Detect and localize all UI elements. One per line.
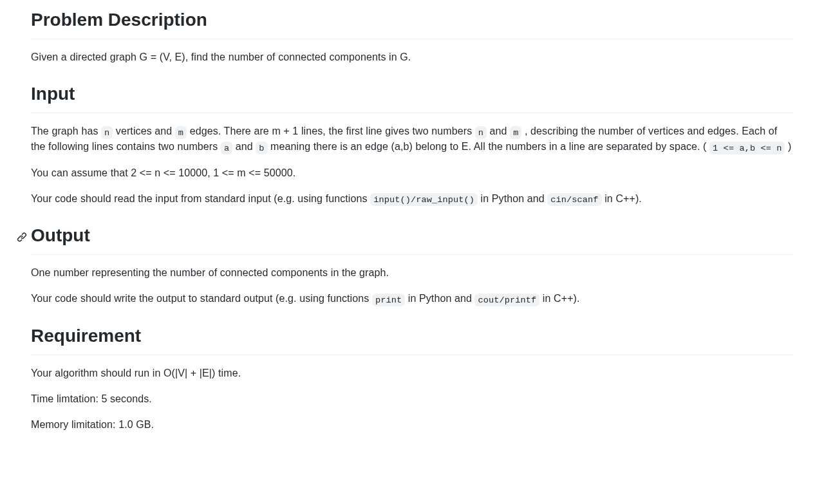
text: and — [232, 141, 256, 152]
code-print: print — [372, 294, 405, 306]
heading-output-text: Output — [31, 225, 90, 245]
text: The graph has — [31, 126, 101, 136]
code-m: m — [175, 126, 187, 139]
text: vertices and — [113, 126, 175, 136]
problem-document: Problem Description Given a directed gra… — [31, 6, 793, 433]
heading-requirement: Requirement — [31, 322, 793, 355]
code-b: b — [256, 142, 267, 154]
heading-input: Input — [31, 80, 793, 113]
text: Your code should write the output to sta… — [31, 293, 372, 304]
code-input-fn: input()/raw_input() — [370, 193, 478, 206]
paragraph-input-1: The graph has n vertices and m edges. Th… — [31, 124, 793, 155]
paragraph-output-2: Your code should write the output to sta… — [31, 291, 793, 306]
code-n: n — [101, 126, 113, 139]
paragraph-output-1: One number representing the number of co… — [31, 265, 793, 281]
text: in C++). — [539, 293, 579, 304]
code-cin: cin/scanf — [547, 193, 601, 206]
code-m: m — [510, 126, 521, 139]
text: in C++). — [602, 193, 642, 204]
paragraph-requirement-1: Your algorithm should run in O(|V| + |E|… — [31, 366, 793, 381]
text: ) — [785, 141, 791, 152]
paragraph-input-3: Your code should read the input from sta… — [31, 191, 793, 207]
link-icon[interactable] — [17, 232, 27, 243]
text: Your code should read the input from sta… — [31, 193, 370, 204]
code-cout: cout/printf — [474, 294, 539, 306]
heading-output: Output — [31, 222, 793, 255]
code-n: n — [475, 126, 487, 139]
text: in Python and — [478, 193, 547, 204]
code-a: a — [221, 142, 232, 154]
text: meaning there is an edge (a,b) belong to… — [268, 141, 710, 152]
paragraph-requirement-3: Memory limitation: 1.0 GB. — [31, 417, 793, 433]
paragraph-input-2: You can assume that 2 <= n <= 10000, 1 <… — [31, 165, 793, 181]
text: in Python and — [405, 293, 474, 304]
text: edges. There are m + 1 lines, the first … — [187, 126, 475, 136]
code-range: 1 <= a,b <= n — [709, 142, 785, 154]
heading-problem-description: Problem Description — [31, 6, 793, 39]
paragraph-requirement-2: Time limtation: 5 seconds. — [31, 391, 793, 407]
paragraph-problem-description: Given a directed graph G = (V, E), find … — [31, 50, 793, 65]
text: and — [487, 126, 510, 136]
